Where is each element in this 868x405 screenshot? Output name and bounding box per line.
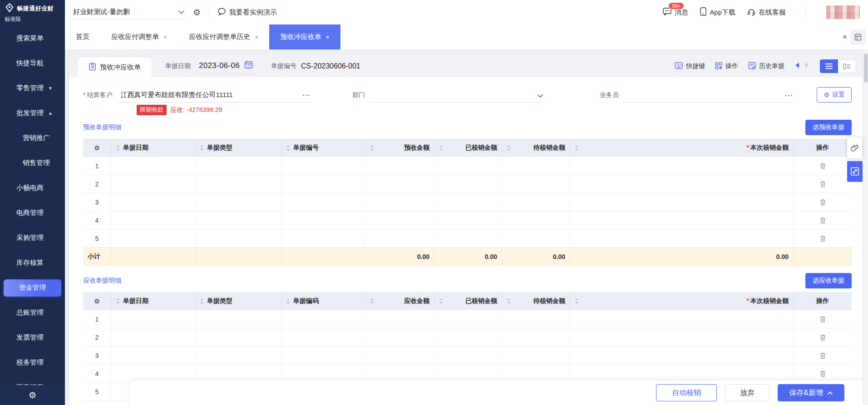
operations-button[interactable]: 操作 [715,62,738,71]
tab-prepaid-offset-active[interactable]: 预收冲应收单× [269,24,340,49]
cell-amount[interactable] [365,211,434,229]
cell-doc-no[interactable] [281,365,365,382]
sort-icon[interactable] [507,145,511,151]
delete-row-button[interactable] [794,346,852,364]
sort-icon[interactable] [507,298,511,304]
delete-row-button[interactable] [794,328,852,346]
sort-icon[interactable] [116,298,120,304]
column-settings-gear-icon[interactable]: ⚙ [83,292,111,310]
cell-doc-type[interactable] [195,175,281,193]
sidebar-settings-button[interactable]: ⚙ [0,385,65,405]
cell-doc-no[interactable] [281,193,365,211]
cell-amount[interactable] [365,229,434,247]
sidebar-item-sales[interactable]: 销售管理 [0,151,65,176]
cell-amount[interactable] [365,365,434,382]
cell-pending[interactable] [502,346,570,364]
cell-current-writeoff[interactable] [570,157,794,175]
customer-field[interactable]: 江西真可爱布娃娃有限责任公司11111 ··· [117,90,312,102]
history-docs-button[interactable]: 历史单据 [748,62,784,71]
sidebar-item-tax[interactable]: 税务管理 [0,350,65,375]
attachment-button[interactable] [847,137,863,158]
salesman-field[interactable]: ··· [623,91,795,102]
customer-picker-button[interactable]: ··· [297,91,311,99]
cell-written-off[interactable] [434,365,502,382]
cell-doc-type[interactable] [195,229,281,247]
department-field[interactable] [370,91,545,102]
cell-doc-no[interactable] [281,346,365,364]
cell-doc-no[interactable] [281,211,365,229]
cell-doc-date[interactable] [111,193,195,211]
cell-pending[interactable] [502,175,570,193]
cell-amount[interactable] [365,328,434,346]
settings-gear-icon[interactable]: ⚙ [193,8,201,17]
settings-button[interactable]: ⚙ 设置 [817,87,852,102]
sort-icon[interactable] [286,298,290,304]
cell-doc-type[interactable] [195,157,281,175]
expand-button[interactable] [847,161,863,182]
cell-doc-date[interactable] [111,157,195,175]
cell-doc-no[interactable] [281,328,365,346]
close-tab-icon[interactable]: × [255,34,258,41]
cell-amount[interactable] [365,310,434,328]
cell-current-writeoff[interactable] [570,365,794,382]
delete-row-button[interactable] [794,193,852,211]
sidebar-item-xiaochang-ecom[interactable]: 小畅电商 [0,176,65,200]
user-avatar[interactable] [826,5,860,19]
sort-icon[interactable] [575,145,579,151]
cell-doc-type[interactable] [195,365,281,382]
cell-written-off[interactable] [434,328,502,346]
cell-amount[interactable] [365,193,434,211]
doc-title-tab[interactable]: 预收冲应收单 [78,57,152,77]
cell-doc-date[interactable] [111,211,195,229]
save-and-new-button[interactable]: 保存&新增 [778,384,844,401]
cell-doc-type[interactable] [195,328,281,346]
sidebar-item-general-ledger[interactable]: 总账管理 [0,300,65,325]
cell-pending[interactable] [502,328,570,346]
cell-doc-date[interactable] [111,229,195,247]
tab-home[interactable]: 首页 [65,24,100,49]
delete-row-button[interactable] [794,175,852,193]
sidebar-item-inventory[interactable]: 库存核算 [0,250,65,275]
close-tab-icon[interactable]: × [163,34,167,41]
scrollbar-thumb[interactable] [864,54,868,83]
prev-doc-arrow[interactable] [794,62,799,70]
cell-amount[interactable] [365,346,434,364]
cell-pending[interactable] [502,365,570,382]
close-tab-icon[interactable]: × [326,34,329,41]
cell-doc-no[interactable] [281,157,365,175]
sort-icon[interactable] [370,145,374,151]
cell-written-off[interactable] [434,175,502,193]
cell-doc-date[interactable] [111,328,195,346]
calendar-icon[interactable] [244,60,253,71]
cell-written-off[interactable] [434,310,502,328]
sort-icon[interactable] [116,145,120,151]
receivable-section-title[interactable]: 应收单据明细 [83,277,121,285]
select-prepaid-docs-button[interactable]: 选预收单据 [805,120,852,135]
cell-doc-type[interactable] [195,211,281,229]
cell-pending[interactable] [502,211,570,229]
cell-doc-date[interactable] [111,365,195,382]
delete-row-button[interactable] [794,229,852,247]
demo-link[interactable]: 我要看实例演示 [217,8,277,17]
cell-current-writeoff[interactable] [570,193,794,211]
cell-current-writeoff[interactable] [570,211,794,229]
sidebar-item-invoice[interactable]: 发票管理 [0,325,65,350]
sidebar-item-marketing[interactable]: 营销推广 [0,126,65,151]
account-dropdown[interactable]: 好业财测试-量勿删 [72,5,186,20]
cell-doc-date[interactable] [111,175,195,193]
delete-row-button[interactable] [794,157,852,175]
tab-ar-ap-adjust[interactable]: 应收应付调整单× [100,24,178,49]
cell-doc-type[interactable] [195,310,281,328]
auto-writeoff-button[interactable]: 自动核销 [656,384,717,401]
cell-doc-date[interactable] [111,310,195,328]
messages-button[interactable]: 99+ 消息 [663,8,688,17]
cell-doc-no[interactable] [281,175,365,193]
cell-pending[interactable] [502,157,570,175]
delete-row-button[interactable] [794,211,852,229]
list-view-button[interactable] [820,59,838,73]
select-receivable-docs-button[interactable]: 选应收单据 [805,273,852,288]
cell-doc-no[interactable] [281,229,365,247]
cell-amount[interactable] [365,175,434,193]
cell-pending[interactable] [502,193,570,211]
shortcut-keys-button[interactable]: 快捷键 [675,62,705,71]
